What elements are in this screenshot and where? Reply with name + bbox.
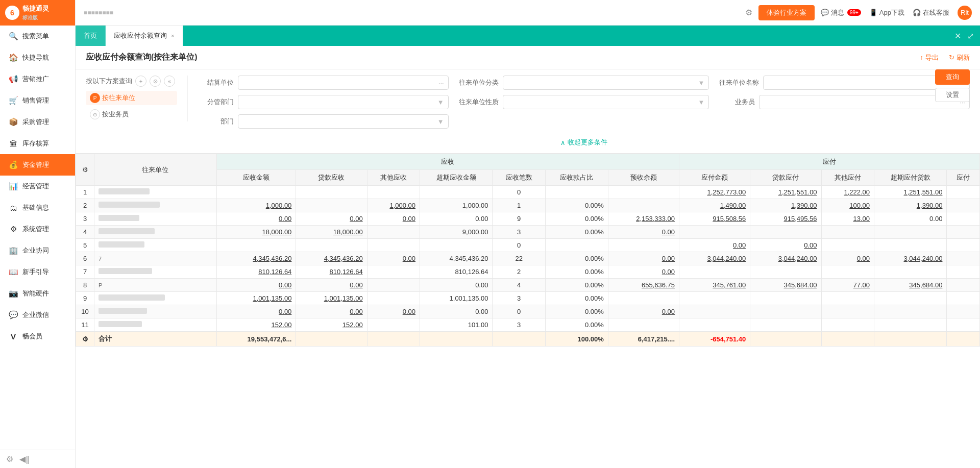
app-download-btn[interactable]: 📱 App下载 [869,8,904,17]
sidebar-item-quick-nav[interactable]: 🏠 快捷导航 [0,47,75,68]
expand-scheme-btn[interactable]: « [164,76,175,87]
export-icon: ↑ [920,54,924,61]
row-dk-yf[interactable]: 1,390.00 [750,199,821,212]
row-yf-je[interactable]: 345,761.00 [679,279,750,292]
row-ysk-ye[interactable]: 655,636.75 [608,279,679,292]
row-ysr-zb: 0.00% [545,292,608,305]
sidebar-item-guide[interactable]: 📖 新手引导 [0,261,75,283]
row-cq-ysr: 0.00 [420,212,493,226]
scheme-by-partner[interactable]: P 按往来单位 [86,91,177,105]
dept-input[interactable]: ▼ [238,114,449,129]
row-dk-ysr[interactable]: 1,001,135.00 [296,292,367,305]
sidebar-item-inventory[interactable]: 🏛 库存核算 [0,133,75,154]
row-ysr-je[interactable]: 18,000.00 [216,226,296,239]
col-settings-icon[interactable]: ⚙ [76,154,94,186]
row-ysr-je[interactable]: 1,000.00 [216,199,296,212]
tab-close-icon[interactable]: × [171,33,174,39]
settings-gear-icon[interactable]: ⚙ [745,8,752,17]
row-cq-yf[interactable]: 1,251,551.00 [874,186,947,199]
row-ysk-ye[interactable]: 0.00 [608,226,679,239]
sidebar-item-sales[interactable]: 🛒 销售管理 [0,90,75,111]
window-close-icon[interactable]: ✕ [954,31,961,41]
row-yf-je[interactable]: 3,044,240.00 [679,252,750,265]
row-dk-ysr[interactable]: 18,000.00 [296,226,367,239]
collapse-icon[interactable]: ◀‖ [19,454,30,464]
sidebar-item-corp-wechat[interactable]: 💬 企业微信 [0,304,75,326]
row-cq-yf[interactable]: 345,684.00 [874,279,947,292]
row-dk-ysr[interactable]: 0.00 [296,279,367,292]
row-qt-ysr[interactable]: 0.00 [367,305,420,318]
inventory-icon: 🏛 [8,139,18,148]
row-ysk-ye[interactable]: 0.00 [608,305,679,318]
row-ysr-bs: 22 [493,252,545,265]
tab-home[interactable]: 首页 [76,26,106,46]
sidebar-item-search-menu[interactable]: 🔍 搜索菜单 [0,26,75,47]
collapse-more-btn[interactable]: ∧ 收起更多条件 [198,138,970,147]
row-dk-ysr[interactable]: 0.00 [296,305,367,318]
row-cq-yf[interactable]: 3,044,240.00 [874,252,947,265]
row-ysk-ye[interactable]: 0.00 [608,252,679,265]
setting-button[interactable]: 设置 [935,88,970,102]
sidebar-item-vip[interactable]: V 畅会员 [0,326,75,347]
row-ysr-je[interactable]: 152.00 [216,318,296,332]
row-qt-yf[interactable]: 1,222.00 [821,186,874,199]
refresh-button[interactable]: ↻ 刷新 [949,53,970,62]
partner-nature-input[interactable]: ▼ [503,95,709,109]
row-dk-ysr[interactable]: 152.00 [296,318,367,332]
row-dk-yf[interactable]: 1,251,551.00 [750,186,821,199]
row-cq-yf[interactable]: 1,390.00 [874,199,947,212]
row-dk-ysr[interactable]: 4,345,436.20 [296,252,367,265]
row-dk-ysr[interactable]: 810,126.64 [296,265,367,279]
jiesuan-input[interactable]: ··· [238,76,449,90]
tab-receivable-query[interactable]: 应收应付余额查询 × [106,26,183,46]
sidebar-item-basic-info[interactable]: 🗂 基础信息 [0,197,75,218]
row-partner [94,212,217,226]
user-avatar[interactable]: Rit [958,6,972,20]
row-ysk-ye[interactable]: 2,153,333.00 [608,212,679,226]
row-qt-yf[interactable]: 0.00 [821,252,874,265]
settings-bottom-icon[interactable]: ⚙ [6,454,13,464]
row-ysr-je[interactable]: 0.00 [216,212,296,226]
row-yf-je[interactable]: 1,252,773.00 [679,186,750,199]
sidebar-item-business[interactable]: 📊 经营管理 [0,176,75,197]
row-yf-je[interactable]: 1,490.00 [679,199,750,212]
row-dk-ysr[interactable]: 0.00 [296,212,367,226]
query-button[interactable]: 查询 [935,69,970,85]
row-ysr-je[interactable]: 0.00 [216,305,296,318]
row-ysk-ye[interactable]: 0.00 [608,265,679,279]
sidebar-item-marketing[interactable]: 📢 营销推广 [0,68,75,90]
fen-dept-input[interactable]: ▼ [238,95,449,109]
row-ysr-je[interactable]: 810,126.64 [216,265,296,279]
solution-button[interactable]: 体验行业方案 [758,5,815,20]
row-dk-yf[interactable]: 345,684.00 [750,279,821,292]
row-qt-yf[interactable]: 13.00 [821,212,874,226]
row-dk-yf[interactable]: 915,495.56 [750,212,821,226]
sidebar-item-finance[interactable]: 💰 资金管理 [0,154,75,176]
scheme-by-salesperson[interactable]: ⊙ 按业务员 [86,107,177,121]
row-yf-tail [947,226,980,239]
sidebar-item-enterprise[interactable]: 🏢 企业协同 [0,240,75,261]
row-qt-ysr[interactable]: 1,000.00 [367,199,420,212]
sidebar-item-system[interactable]: ⚙ 系统管理 [0,218,75,240]
row-qt-yf[interactable]: 100.00 [821,199,874,212]
row-yf-je[interactable]: 0.00 [679,239,750,252]
row-qt-ysr[interactable]: 0.00 [367,212,420,226]
row-qt-yf[interactable]: 77.00 [821,279,874,292]
window-expand-icon[interactable]: ⤢ [967,31,974,41]
row-qt-ysr[interactable]: 0.00 [367,252,420,265]
row-dk-yf[interactable]: 0.00 [750,239,821,252]
row-dk-yf[interactable]: 3,044,240.00 [750,252,821,265]
row-ysr-je[interactable]: 4,345,436.20 [216,252,296,265]
message-btn[interactable]: 💬 消息 99+ [821,8,861,17]
table-area[interactable]: ⚙ 往来单位 应收 应付 应收金额 贷款应收 其他应收 超期应收金额 应收笔数 … [76,154,980,468]
partner-cat-input[interactable]: ▼ [503,76,709,90]
edit-scheme-btn[interactable]: ⊙ [150,76,161,87]
add-scheme-btn[interactable]: + [135,76,146,87]
row-ysr-je[interactable]: 1,001,135.00 [216,292,296,305]
sidebar-item-smart-hw[interactable]: 📷 智能硬件 [0,283,75,304]
sidebar-item-purchase[interactable]: 📦 采购管理 [0,111,75,133]
row-ysr-je[interactable]: 0.00 [216,279,296,292]
export-button[interactable]: ↑ 导出 [920,53,939,62]
online-service-btn[interactable]: 🎧 在线客服 [913,8,949,17]
row-yf-je[interactable]: 915,508.56 [679,212,750,226]
